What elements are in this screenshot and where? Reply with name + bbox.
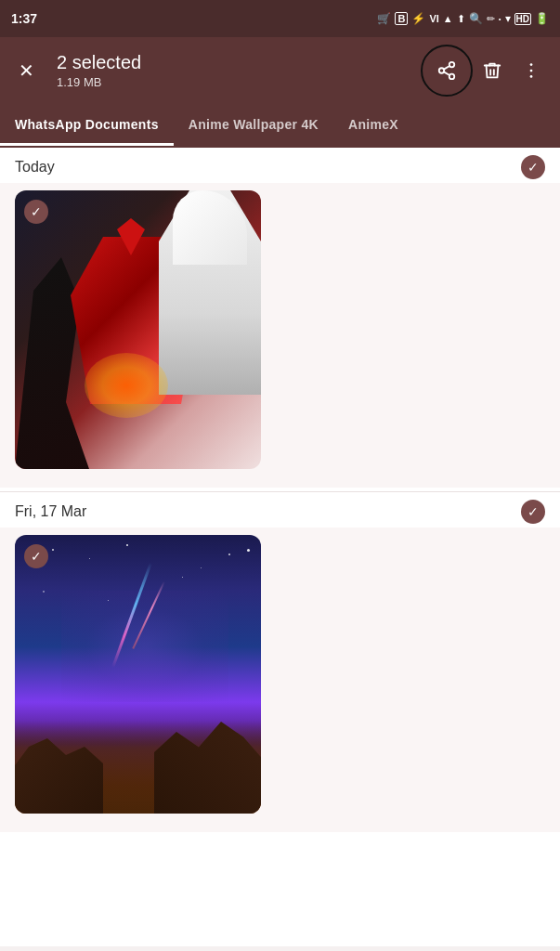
action-icons bbox=[423, 46, 549, 95]
flame-glow bbox=[85, 353, 168, 418]
today-title: Today bbox=[15, 159, 55, 176]
sky-glow bbox=[61, 591, 228, 702]
image-item-1[interactable]: ✓ bbox=[15, 190, 261, 469]
share-icon bbox=[436, 60, 457, 81]
action-bar: ✕ 2 selected 1.19 MB bbox=[0, 37, 560, 104]
fri-title: Fri, 17 Mar bbox=[15, 503, 86, 520]
fri-images: ✓ bbox=[0, 528, 560, 832]
image-2-check[interactable]: ✓ bbox=[24, 544, 48, 568]
tab-anime-wallpaper[interactable]: Anime Wallpaper 4K bbox=[174, 104, 333, 146]
search-icon: 🔍 bbox=[469, 12, 483, 25]
selection-info: 2 selected 1.19 MB bbox=[57, 52, 408, 89]
image-1-check[interactable]: ✓ bbox=[24, 200, 48, 224]
battery-icon: 🔋 bbox=[535, 12, 549, 25]
status-bar: 1:37 🛒 B ⚡ VI ▲ ⬆ 🔍 ✏ • ▾ HD 🔋 bbox=[0, 0, 560, 37]
svg-point-5 bbox=[530, 63, 533, 66]
svg-point-6 bbox=[530, 70, 533, 72]
more-icon bbox=[521, 60, 541, 81]
bold-b-icon: B bbox=[395, 12, 408, 25]
selected-count: 2 selected bbox=[57, 52, 408, 73]
tab-animex[interactable]: AnimeX bbox=[333, 104, 413, 146]
svg-point-7 bbox=[530, 75, 533, 78]
status-icons: 🛒 B ⚡ VI ▲ ⬆ 🔍 ✏ • ▾ HD 🔋 bbox=[377, 12, 549, 25]
content-area: Today ✓ ✓ bbox=[0, 148, 560, 946]
edit-icon: ✏ bbox=[487, 13, 495, 25]
image-item-2[interactable]: ✓ bbox=[15, 535, 261, 814]
wifi-icon: ▾ bbox=[505, 12, 511, 25]
cart-icon: 🛒 bbox=[377, 12, 391, 25]
delete-button[interactable] bbox=[475, 53, 510, 88]
close-button[interactable]: ✕ bbox=[11, 52, 42, 89]
today-check[interactable]: ✓ bbox=[521, 155, 545, 179]
dot-icon: • bbox=[499, 15, 501, 23]
today-images: ✓ bbox=[0, 183, 560, 488]
today-section-header: Today ✓ bbox=[0, 148, 560, 183]
today-check-icon: ✓ bbox=[527, 160, 539, 175]
more-button[interactable] bbox=[514, 53, 549, 88]
fri-check-icon: ✓ bbox=[527, 504, 539, 519]
hd-icon: HD bbox=[514, 13, 531, 25]
fri-check[interactable]: ✓ bbox=[521, 500, 545, 524]
anime-fighting-image bbox=[15, 190, 261, 469]
tab-whatsapp-documents[interactable]: WhatsApp Documents bbox=[0, 104, 174, 146]
svg-line-4 bbox=[444, 66, 449, 70]
image-2-check-icon: ✓ bbox=[31, 549, 42, 564]
airtel-icon: ▲ bbox=[443, 13, 453, 24]
anime-comet-image bbox=[15, 535, 261, 814]
selected-size: 1.19 MB bbox=[57, 75, 408, 89]
image-1-check-icon: ✓ bbox=[31, 204, 42, 219]
share-button[interactable] bbox=[429, 53, 464, 88]
status-time: 1:37 bbox=[11, 11, 37, 26]
svg-line-3 bbox=[444, 72, 449, 75]
upload-icon: ⬆ bbox=[457, 13, 465, 25]
bolt-icon: ⚡ bbox=[411, 12, 425, 25]
fri-section-header: Fri, 17 Mar ✓ bbox=[0, 492, 560, 528]
vi-icon: VI bbox=[429, 13, 438, 24]
share-button-wrapper bbox=[423, 46, 471, 95]
delete-icon bbox=[482, 60, 502, 81]
tab-bar: WhatsApp Documents Anime Wallpaper 4K An… bbox=[0, 104, 560, 148]
